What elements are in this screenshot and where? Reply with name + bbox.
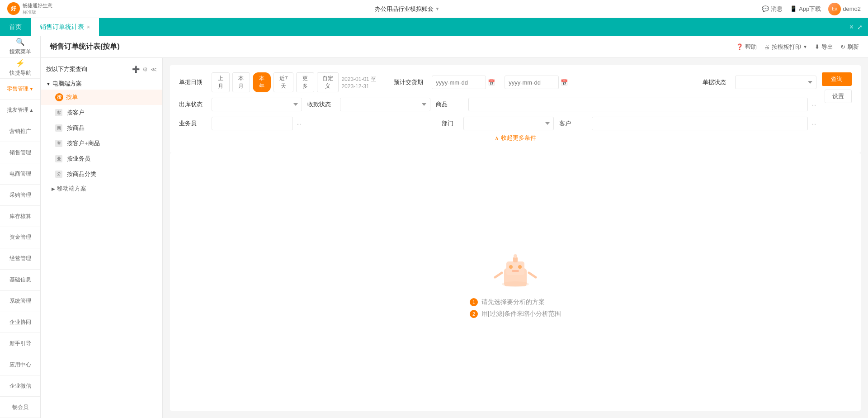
date-btn-last-month[interactable]: 上月 [212,72,230,92]
goods-more-btn[interactable]: ··· [811,101,816,108]
nav-tab-end: × ⤢ [849,23,868,31]
by-goods-icon: 商 [55,124,62,132]
logo-sub: 标准版 [23,9,52,15]
date-range-text: 2023-01-01 至 2023-12-31 [341,76,388,90]
goods-input[interactable] [468,98,808,111]
collapse-bar[interactable]: ∧ 收起更多条件 [179,130,852,146]
filter-row-with-btn: 单据日期 上月 本月 本年 近7天 更多 自定义 2023-01-01 至 20… [179,72,852,130]
customer-more-btn[interactable]: ··· [811,120,816,127]
page-title: 销售订单统计表(按单) [50,42,120,52]
sidebar-item-finance[interactable]: 资金管理 [0,227,40,248]
by-salesperson-icon: 业 [55,155,62,162]
top-bar-center[interactable]: 办公用品行业模拟账套 ▼ [375,5,440,13]
sidebar-item-basic[interactable]: 基础信息 [0,270,40,291]
sidebar-item-apps[interactable]: 应用中心 [0,354,40,375]
help-btn[interactable]: ❓ 帮助 [736,43,757,51]
logo-text: 畅捷通好生意 [23,2,52,9]
empty-step-2: 2 用[过滤]条件来缩小分析范围 [470,310,561,318]
tab-home[interactable]: 首页 [0,18,31,36]
filter-row-2: 出库状态 收款状态 商品 ··· [179,98,816,111]
export-btn[interactable]: ⬇ 导出 [815,43,833,51]
receive-status-select[interactable] [340,98,430,111]
nav-tabs: 首页 销售订单统计表 × × ⤢ [0,18,868,36]
sidebar-item-sales[interactable]: 销售管理 [0,142,40,163]
settings-filter-btn[interactable]: 设置 [825,90,852,103]
calendar-icon-2[interactable]: 📅 [561,79,568,86]
sidebar-item-newbie[interactable]: 新手引导 [0,333,40,354]
template-print-btn[interactable]: 🖨 按模板打印 ▼ [764,43,807,51]
status-select[interactable] [735,76,816,89]
goods-filter-group: ··· [468,98,816,111]
tab-sales-stat[interactable]: 销售订单统计表 × [31,18,99,36]
date-btn-this-year[interactable]: 本年 [253,72,271,92]
date-btn-this-month[interactable]: 本月 [232,72,250,92]
sidebar-item-quicknav[interactable]: ⚡ 快捷导航 [0,57,40,79]
delivery-date-from[interactable] [432,76,486,89]
wholesale-arrow-icon: ▲ [29,108,34,113]
tree-parent-mobile[interactable]: ▶ 移动端方案 [41,182,162,195]
app-download-btn[interactable]: 📱 App下载 [790,5,821,13]
tree-item-by-order[interactable]: 按 按单 [41,90,162,105]
goods-label: 商品 [436,100,463,109]
salesperson-input[interactable] [212,117,293,130]
sidebar-item-search[interactable]: 🔍 搜索菜单 [0,36,40,57]
sidebar-item-marketing[interactable]: 营销推广 [0,121,40,142]
sidebar-item-retail[interactable]: 零售管理 ▼ [0,79,40,100]
salesperson-filter-group: ··· [212,117,436,130]
sidebar-item-wechat[interactable]: 企业微信 [0,375,40,397]
left-panel-actions: ➕ ⚙ ≪ [132,66,157,73]
sidebar-item-operation[interactable]: 经营管理 [0,248,40,270]
tree-item-by-goods[interactable]: 商 按商品 [41,120,162,136]
settings-scheme-btn[interactable]: ⚙ [142,66,148,73]
date-btn-7days[interactable]: 近7天 [274,72,294,92]
tree-item-by-category[interactable]: 分 按商品分类 [41,166,162,182]
content-area: 销售订单统计表(按单) ❓ 帮助 🖨 按模板打印 ▼ ⬇ 导出 ↻ 刷新 [41,36,868,418]
left-panel-title: 按以下方案查询 [46,65,87,73]
tree-item-by-cust-goods[interactable]: 客 按客户+商品 [41,136,162,151]
tab-close-btn[interactable]: × [87,24,90,30]
date-btn-group: 上月 本月 本年 近7天 更多 自定义 2023-01-01 至 2023-12… [212,72,388,92]
tree-item-by-customer[interactable]: 客 按客户 [41,105,162,120]
tab-close-window-btn[interactable]: × [849,23,854,31]
tree-parent-desktop[interactable]: ▼ 电脑端方案 [41,77,162,90]
by-customer-icon: 客 [55,109,62,116]
filter-section: 单据日期 上月 本月 本年 近7天 更多 自定义 2023-01-01 至 20… [170,65,861,153]
sidebar-item-inventory[interactable]: 库存核算 [0,206,40,227]
empty-steps: 1 请先选择要分析的方案 2 用[过滤]条件来缩小分析范围 [470,298,561,318]
customer-filter-group: ··· [592,117,816,130]
query-btn[interactable]: 查询 [822,72,852,86]
user-name: demo2 [843,5,861,12]
retail-arrow-icon: ▼ [29,86,34,91]
svg-line-8 [495,273,502,277]
company-dropdown-icon[interactable]: ▼ [435,6,440,11]
date-filter-label: 单据日期 [179,78,206,86]
message-icon: 💬 [762,5,769,12]
calendar-icon-1[interactable]: 📅 [488,79,495,86]
customer-input[interactable] [592,117,808,130]
tree-item-by-salesperson[interactable]: 业 按业务员 [41,151,162,166]
step-num-2: 2 [470,310,478,318]
user-area[interactable]: Ea demo2 [828,3,861,15]
add-scheme-btn[interactable]: ➕ [132,66,140,73]
date-btn-more[interactable]: 更多 [296,72,314,92]
department-label: 部门 [442,119,458,128]
messages-btn[interactable]: 💬 消息 [762,5,783,13]
top-bar-right: 💬 消息 📱 App下载 Ea demo2 [762,3,861,15]
sidebar-item-ecommerce[interactable]: 电商管理 [0,163,40,185]
sidebar-item-member[interactable]: 畅会员 [0,397,40,418]
delivery-date-to[interactable] [505,76,559,89]
mobile-expand-arrow: ▶ [52,186,55,191]
svg-point-4 [518,265,522,269]
date-btn-custom[interactable]: 自定义 [317,72,339,92]
refresh-btn[interactable]: ↻ 刷新 [840,43,859,51]
sidebar-item-enterprise[interactable]: 企业协同 [0,312,40,333]
delivery-status-select[interactable] [212,98,302,111]
sidebar-item-purchase[interactable]: 采购管理 [0,185,40,206]
tab-maximize-btn[interactable]: ⤢ [857,24,863,31]
department-select[interactable] [463,117,554,130]
salesperson-more-btn[interactable]: ··· [297,120,302,127]
collapse-panel-btn[interactable]: ≪ [151,66,157,73]
company-name: 办公用品行业模拟账套 [375,5,434,13]
sidebar-item-system[interactable]: 系统管理 [0,291,40,312]
sidebar-item-wholesale[interactable]: 批发管理 ▲ [0,100,40,121]
